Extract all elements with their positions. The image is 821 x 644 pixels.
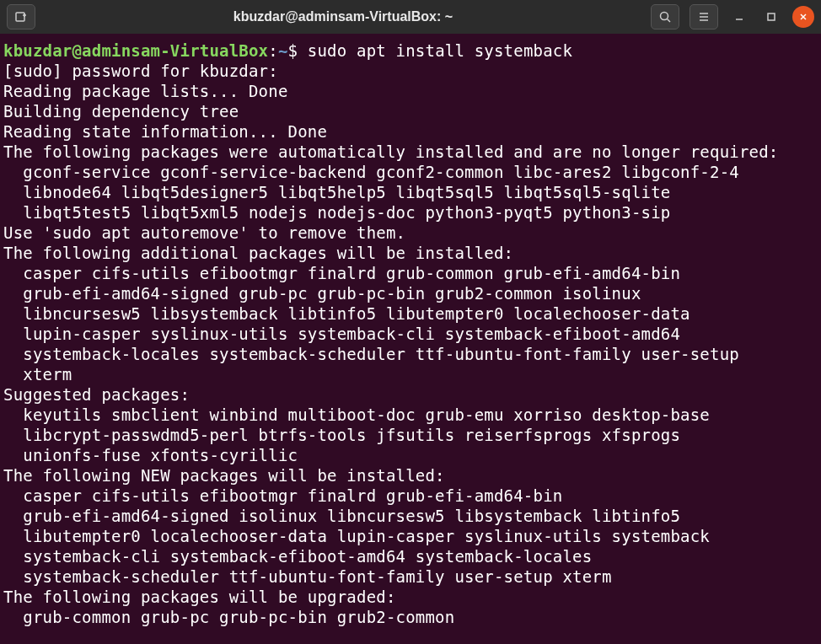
search-icon [658, 10, 672, 24]
svg-line-4 [668, 19, 671, 23]
output-line: libqt5test5 libqt5xml5 nodejs nodejs-doc… [3, 203, 670, 222]
output-line: casper cifs-utils efibootmgr finalrd gru… [3, 486, 562, 505]
output-line: libncursesw5 libsystemback libtinfo5 lib… [3, 304, 690, 323]
output-line: systemback-cli systemback-efiboot-amd64 … [3, 547, 592, 566]
output-line: grub-efi-amd64-signed grub-pc grub-pc-bi… [3, 284, 641, 303]
output-line: The following NEW packages will be insta… [3, 466, 445, 485]
maximize-button[interactable] [760, 6, 782, 28]
output-line: casper cifs-utils efibootmgr finalrd gru… [3, 264, 680, 282]
menu-button[interactable] [690, 4, 718, 30]
output-line: Reading package lists... Done [3, 82, 288, 100]
titlebar-right [651, 4, 814, 30]
output-line: lupin-casper syslinux-utils systemback-c… [3, 325, 680, 343]
output-line: systemback-scheduler ttf-ubuntu-font-fam… [3, 567, 612, 586]
output-line: systemback-locales systemback-scheduler … [3, 345, 739, 363]
search-button[interactable] [651, 4, 679, 30]
output-line: keyutils smbclient winbind multiboot-doc… [3, 405, 710, 424]
minimize-button[interactable] [728, 6, 750, 28]
output-line: [sudo] password for kbuzdar: [3, 62, 278, 80]
prompt-colon: : [268, 41, 278, 60]
prompt-path: ~ [278, 41, 288, 60]
svg-point-3 [661, 13, 668, 20]
titlebar: kbuzdar@adminsam-VirtualBox: ~ [0, 0, 821, 34]
output-line: xterm [3, 365, 72, 384]
output-line: libnode64 libqt5designer5 libqt5help5 li… [3, 183, 670, 201]
output-line: unionfs-fuse xfonts-cyrillic [3, 446, 298, 464]
output-line: grub-common grub-pc grub-pc-bin grub2-co… [3, 608, 454, 626]
new-tab-icon [14, 10, 28, 24]
output-line: Reading state information... Done [3, 122, 327, 141]
hamburger-icon [697, 10, 711, 24]
minimize-icon [733, 11, 745, 23]
command-text: sudo apt install systemback [308, 41, 572, 60]
new-tab-button[interactable] [7, 4, 35, 30]
close-button[interactable] [792, 6, 814, 28]
output-line: grub-efi-amd64-signed isolinux libncurse… [3, 507, 680, 525]
output-line: The following additional packages will b… [3, 244, 513, 262]
svg-rect-0 [16, 13, 24, 21]
output-line: gconf-service gconf-service-backend gcon… [3, 163, 739, 181]
output-line: The following packages will be upgraded: [3, 588, 396, 606]
output-line: The following packages were automaticall… [3, 142, 778, 161]
svg-rect-9 [768, 13, 775, 20]
prompt-user-host: kbuzdar@adminsam-VirtualBox [3, 41, 268, 60]
maximize-icon [765, 11, 777, 23]
output-line: Use 'sudo apt autoremove' to remove them… [3, 223, 405, 242]
output-line: Suggested packages: [3, 385, 190, 404]
titlebar-left [7, 4, 35, 30]
output-line: libutempter0 localechooser-data lupin-ca… [3, 527, 710, 545]
terminal-content[interactable]: kbuzdar@adminsam-VirtualBox:~$ sudo apt … [0, 34, 821, 634]
close-icon [797, 11, 809, 23]
output-line: libcrypt-passwdmd5-perl btrfs-tools jfsu… [3, 426, 680, 444]
output-line: Building dependency tree [3, 102, 239, 121]
prompt-symbol: $ [288, 41, 298, 60]
window-title: kbuzdar@adminsam-VirtualBox: ~ [42, 9, 644, 24]
